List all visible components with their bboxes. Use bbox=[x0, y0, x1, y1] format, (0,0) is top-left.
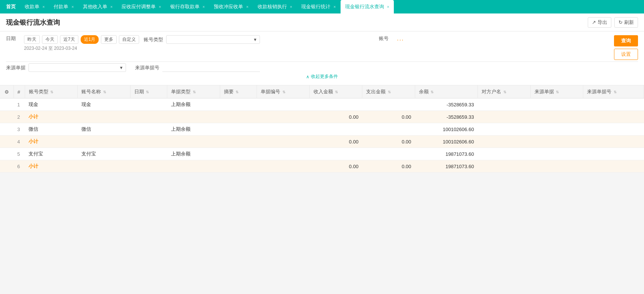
nav-item-liushuichaxun[interactable]: 现金银行流水查询 × bbox=[341, 0, 394, 13]
close-icon[interactable]: × bbox=[159, 0, 161, 13]
account-type-label: 账号类型 bbox=[144, 36, 163, 43]
td-summary bbox=[220, 111, 257, 123]
td-doc-no bbox=[257, 98, 309, 111]
account-dots[interactable]: ... bbox=[397, 35, 404, 42]
table-row: 1 现金 现金 上期余额 -3528659.33 bbox=[0, 98, 644, 111]
td-source-doc-no bbox=[583, 136, 644, 148]
th-income[interactable]: 收入金额 ⇅ bbox=[309, 85, 362, 98]
td-balance: 19871073.60 bbox=[415, 148, 477, 160]
td-account-type: 小计 bbox=[25, 136, 78, 148]
td-num: 3 bbox=[14, 123, 25, 136]
th-doc-type[interactable]: 单据类型 ⇅ bbox=[167, 85, 220, 98]
td-num: 6 bbox=[14, 160, 25, 173]
th-source-doc-no[interactable]: 来源单据号 ⇅ bbox=[583, 85, 644, 98]
th-account-name[interactable]: 账号名称 ⇅ bbox=[78, 85, 131, 98]
collapse-bar[interactable]: ∧ 收起更多条件 bbox=[6, 72, 638, 81]
source-doc-no-input[interactable] bbox=[162, 64, 260, 72]
table-row: 4 小计 0.00 0.00 100102606.60 bbox=[0, 136, 644, 148]
filter-area: 日期 昨天 今天 近7天 近1月 更多 自定义 2023-02-24 至 202… bbox=[0, 31, 644, 85]
td-expense bbox=[362, 123, 415, 136]
refresh-button[interactable]: ↻ 刷新 bbox=[614, 17, 638, 28]
th-source-doc[interactable]: 来源单据 ⇅ bbox=[530, 85, 583, 98]
top-navigation: 首页 收款单 × 付款单 × 其他收入单 × 应收应付调整单 × 银行存取款单 … bbox=[0, 0, 644, 13]
nav-home[interactable]: 首页 bbox=[2, 0, 20, 13]
close-icon[interactable]: × bbox=[290, 0, 292, 13]
date-yesterday[interactable]: 昨天 bbox=[24, 35, 40, 44]
source-doc-label: 来源单据 bbox=[6, 64, 26, 71]
nav-item-qitashouru[interactable]: 其他收入单 × bbox=[78, 0, 117, 13]
td-source-doc-no bbox=[583, 123, 644, 136]
source-doc-select[interactable]: ▾ bbox=[29, 63, 126, 72]
td-source-doc bbox=[530, 98, 583, 111]
td-income: 0.00 bbox=[309, 160, 362, 173]
nav-item-yushou[interactable]: 预收冲应收单 × bbox=[209, 0, 253, 13]
td-settings bbox=[0, 136, 14, 148]
data-table: ⚙ # 账号类型 ⇅ 账号名称 ⇅ 日期 ⇅ 单据类型 ⇅ 摘要 ⇅ 单据编号 … bbox=[0, 85, 644, 173]
date-custom[interactable]: 自定义 bbox=[119, 35, 139, 44]
td-summary bbox=[220, 136, 257, 148]
date-today[interactable]: 今天 bbox=[42, 35, 58, 44]
td-expense: 0.00 bbox=[362, 160, 415, 173]
td-source-doc bbox=[530, 160, 583, 173]
date-7days[interactable]: 近7天 bbox=[60, 35, 78, 44]
close-icon[interactable]: × bbox=[110, 0, 113, 13]
td-counterpart bbox=[478, 160, 531, 173]
page-title: 现金银行流水查询 bbox=[6, 18, 60, 27]
td-num: 2 bbox=[14, 111, 25, 123]
table-row: 2 小计 0.00 0.00 -3528659.33 bbox=[0, 111, 644, 123]
table-row: 6 小计 0.00 0.00 19871073.60 bbox=[0, 160, 644, 173]
date-options: 昨天 今天 近7天 近1月 更多 自定义 bbox=[24, 35, 139, 44]
nav-item-yingshoutiaozheng[interactable]: 应收应付调整单 × bbox=[117, 0, 165, 13]
td-doc-no bbox=[257, 160, 309, 173]
td-balance: -3528659.33 bbox=[415, 98, 477, 111]
td-expense: 0.00 bbox=[362, 111, 415, 123]
refresh-icon: ↻ bbox=[618, 19, 623, 25]
td-counterpart bbox=[478, 123, 531, 136]
td-income bbox=[309, 98, 362, 111]
page-header: 现金银行流水查询 ↗ 导出 ↻ 刷新 bbox=[0, 13, 644, 31]
td-account-type: 小计 bbox=[25, 111, 78, 123]
nav-item-fukuandan[interactable]: 付款单 × bbox=[49, 0, 78, 13]
th-balance[interactable]: 余额 ⇅ bbox=[415, 85, 477, 98]
td-doc-type: 上期余额 bbox=[167, 98, 220, 111]
source-doc-group: 来源单据 ▾ bbox=[6, 63, 126, 72]
th-expense[interactable]: 支出金额 ⇅ bbox=[362, 85, 415, 98]
export-button[interactable]: ↗ 导出 bbox=[588, 17, 611, 28]
chevron-up-icon: ∧ bbox=[306, 74, 309, 79]
close-icon[interactable]: × bbox=[246, 0, 248, 13]
close-icon[interactable]: × bbox=[387, 0, 389, 13]
close-icon[interactable]: × bbox=[71, 0, 74, 13]
nav-item-xianjinyinhang[interactable]: 现金银行统计 × bbox=[297, 0, 340, 13]
th-counterpart[interactable]: 对方户名 ⇅ bbox=[478, 85, 531, 98]
td-account-name bbox=[78, 136, 131, 148]
td-source-doc-no bbox=[583, 148, 644, 160]
close-icon[interactable]: × bbox=[42, 0, 45, 13]
td-source-doc bbox=[530, 111, 583, 123]
query-button[interactable]: 查询 bbox=[614, 35, 638, 46]
table-row: 5 支付宝 支付宝 上期余额 19871073.60 bbox=[0, 148, 644, 160]
td-summary bbox=[220, 98, 257, 111]
source-doc-no-label: 来源单据号 bbox=[135, 64, 159, 71]
date-more[interactable]: 更多 bbox=[101, 35, 117, 44]
th-doc-no[interactable]: 单据编号 ⇅ bbox=[257, 85, 309, 98]
th-account-type[interactable]: 账号类型 ⇅ bbox=[25, 85, 78, 98]
nav-item-shoukuandan[interactable]: 收款单 × bbox=[20, 0, 49, 13]
nav-item-shoukuanhexiao[interactable]: 收款核销执行 × bbox=[253, 0, 297, 13]
td-balance: 100102606.60 bbox=[415, 123, 477, 136]
date-1month[interactable]: 近1月 bbox=[81, 35, 99, 44]
date-range: 2023-02-24 至 2023-03-24 bbox=[24, 45, 139, 52]
chevron-down-icon: ▾ bbox=[254, 37, 257, 42]
close-icon[interactable]: × bbox=[203, 0, 205, 13]
th-summary[interactable]: 摘要 ⇅ bbox=[220, 85, 257, 98]
close-icon[interactable]: × bbox=[333, 0, 336, 13]
td-source-doc bbox=[530, 148, 583, 160]
th-settings[interactable]: ⚙ bbox=[0, 85, 14, 98]
header-actions: ↗ 导出 ↻ 刷新 bbox=[588, 17, 638, 28]
nav-item-yinhangcunku[interactable]: 银行存取款单 × bbox=[166, 0, 209, 13]
account-type-select[interactable]: ▾ bbox=[166, 35, 260, 44]
th-date[interactable]: 日期 ⇅ bbox=[130, 85, 167, 98]
td-settings bbox=[0, 98, 14, 111]
td-doc-type bbox=[167, 111, 220, 123]
setting-button[interactable]: 设置 bbox=[614, 49, 638, 60]
td-settings bbox=[0, 148, 14, 160]
